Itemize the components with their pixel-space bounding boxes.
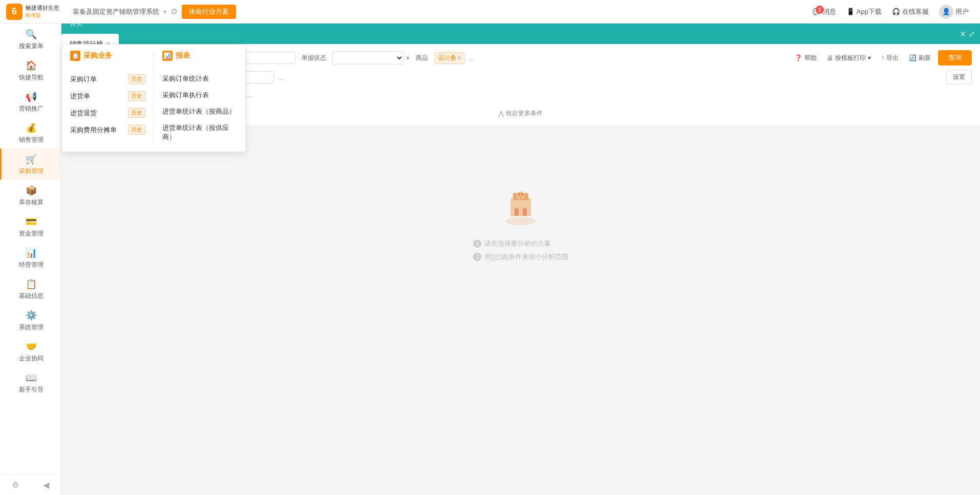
online-service-button[interactable]: 🎧 在线客服 — [892, 7, 929, 16]
report-label: 报表 — [176, 51, 190, 60]
goods-label: 商品 — [416, 54, 428, 62]
dropdown-col2-item-label-2: 进货单统计表（按商品） — [162, 107, 236, 116]
logo-brand: 畅捷通好生意 — [26, 4, 59, 11]
empty-step-2: 2 用[过滤]条件来缩小分析范围 — [473, 250, 568, 264]
dropdown-col2-item-3[interactable]: 进货单统计表（按供应商） — [162, 120, 238, 145]
sidebar-label-11: 新手引导 — [19, 385, 44, 394]
empty-step-2-text: 用[过滤]条件来缩小分析范围 — [484, 250, 568, 264]
dropdown-col1-item-label-2: 进货退货 — [70, 109, 97, 118]
dropdown-col1-item-3[interactable]: 采购费用分摊单 历史 — [70, 121, 145, 138]
sidebar-icon-6: 💳 — [26, 216, 37, 227]
sidebar-item-10[interactable]: 🤝 企业协同 — [0, 336, 61, 367]
goods-dots[interactable]: ... — [467, 54, 477, 62]
doc-status-dropdown-icon: ▾ — [406, 54, 410, 62]
industry-solution-button[interactable]: 体验行业方案 — [182, 5, 236, 19]
sidebar-item-2[interactable]: 📢 营销推广 — [0, 86, 61, 117]
dropdown-col2-item-0[interactable]: 采购订单统计表 — [162, 71, 238, 87]
goods-tag-text: 设计桑 — [438, 54, 456, 62]
refresh-label: 刷新 — [919, 54, 931, 62]
goods-tag: 设计桑 × — [434, 52, 465, 64]
sidebar-item-5[interactable]: 📦 库存核算 — [0, 180, 61, 211]
salesperson-dots[interactable]: ... — [276, 73, 286, 81]
print-button[interactable]: 🖨 按模板打印 ▾ — [824, 52, 874, 64]
sidebar-icon-9: ⚙️ — [26, 310, 37, 321]
sidebar-icon-3: 💰 — [26, 122, 37, 134]
sidebar-label-1: 快捷导航 — [19, 73, 44, 82]
dropdown-col1-item-label-3: 采购费用分摊单 — [70, 125, 117, 135]
query-button[interactable]: 查询 — [938, 50, 972, 66]
sidebar-settings-icon[interactable]: ⚙ — [12, 480, 19, 490]
sidebar-icon-2: 📢 — [26, 91, 37, 102]
sidebar-item-8[interactable]: 📋 基础信息 — [0, 273, 61, 305]
empty-step-1-text: 请先选择要分析的方案 — [484, 237, 551, 250]
sidebar-item-3[interactable]: 💰 销售管理 — [0, 117, 61, 148]
app-download-button[interactable]: 📱 App下载 — [846, 7, 882, 16]
sidebar-item-0[interactable]: 🔍 搜索菜单 — [0, 24, 61, 55]
sidebar-item-6[interactable]: 💳 资金管理 — [0, 211, 61, 242]
dropdown-col2-item-2[interactable]: 进货单统计表（按商品） — [162, 103, 238, 120]
message-icon-wrapper: 💬 9 — [813, 8, 821, 15]
dropdown-col2-item-1[interactable]: 采购订单执行表 — [162, 87, 238, 103]
service-label: 在线客服 — [902, 7, 929, 16]
header-settings-icon[interactable]: ⚙ — [171, 7, 178, 16]
collapse-label: 收起更多条件 — [506, 109, 543, 118]
user-label: 用户 — [955, 7, 969, 16]
refresh-icon: 🔄 — [909, 54, 917, 61]
sidebar-item-4[interactable]: 🛒 采购管理 — [0, 148, 61, 180]
print-icon: 🖨 — [827, 54, 833, 61]
dropdown-col2-items: 采购订单统计表采购订单执行表进货单统计表（按商品）进货单统计表（按供应商） — [162, 71, 238, 145]
sidebar-collapse-icon[interactable]: ◀ — [43, 480, 49, 490]
dropdown-col1-item-2[interactable]: 进货退货 历史 — [70, 104, 145, 121]
dropdown-col2-item-label-0: 采购订单统计表 — [162, 74, 209, 83]
doc-status-select[interactable] — [332, 51, 404, 64]
sidebar-icon-0: 🔍 — [26, 29, 37, 40]
app-label: App下载 — [857, 7, 882, 16]
sidebar-icon-1: 🏠 — [26, 60, 37, 71]
dropdown-overlay: 📋 采购业务 采购订单 历史 进货单 历史 进货退货 历史 采购费用分摊单 历史… — [61, 44, 246, 152]
export-label: 导出 — [886, 54, 899, 62]
sidebar-label-5: 库存核算 — [19, 198, 44, 207]
tab-close-all-icon[interactable]: ✕ — [960, 29, 966, 39]
dropdown-col1-item-1[interactable]: 进货单 历史 — [70, 88, 145, 104]
empty-step-1: 1 请先选择要分析的方案 — [473, 237, 568, 250]
phone-icon: 📱 — [846, 8, 855, 15]
dropdown-col1-item-0[interactable]: 采购订单 历史 — [70, 71, 145, 88]
sidebar-item-11[interactable]: 📖 新手引导 — [0, 367, 61, 398]
step-2-num: 2 — [473, 253, 481, 261]
top-header: 6 畅捷通好生意 标准版 装备及固定资产辅助管理系统 ▾ ⚙ 体验行业方案 💬 … — [0, 0, 980, 24]
refresh-button[interactable]: 🔄 刷新 — [906, 52, 934, 64]
settings-button[interactable]: 设置 — [946, 70, 972, 84]
sidebar-label-9: 系统管理 — [19, 323, 44, 332]
header-title-area: 装备及固定资产辅助管理系统 ▾ ⚙ 体验行业方案 — [68, 5, 813, 19]
logo-text: 畅捷通好生意 标准版 — [26, 4, 59, 18]
message-button[interactable]: 💬 9 消息 — [813, 7, 836, 16]
sidebar-item-7[interactable]: 📊 经营管理 — [0, 242, 61, 273]
tab-expand-icon[interactable]: ⤢ — [968, 29, 975, 39]
goods-tag-close[interactable]: × — [458, 54, 461, 61]
dropdown-col1-item-label-0: 采购订单 — [70, 75, 97, 84]
collapse-button[interactable]: ⋀ 收起更多条件 — [499, 109, 543, 118]
sidebar-label-6: 资金管理 — [19, 229, 44, 238]
history-badge-1: 历史 — [128, 91, 145, 101]
help-button[interactable]: ❓ 帮助 — [792, 52, 820, 64]
dropdown-col-report: 📊 报表 采购订单统计表采购订单执行表进货单统计表（按商品）进货单统计表（按供应… — [154, 51, 246, 145]
svg-point-4 — [518, 193, 520, 196]
svg-rect-7 — [515, 208, 519, 216]
logo-icon: 6 — [6, 4, 23, 20]
title-dropdown-arrow[interactable]: ▾ — [163, 8, 166, 15]
sidebar: 🔍 搜索菜单 🏠 快捷导航 📢 营销推广 💰 销售管理 🛒 采购管理 📦 库存核… — [0, 24, 61, 495]
user-area[interactable]: 👤 用户 — [939, 5, 969, 19]
dropdown-col-business: 📋 采购业务 采购订单 历史 进货单 历史 进货退货 历史 采购费用分摊单 历史 — [62, 51, 154, 145]
sidebar-label-3: 销售管理 — [19, 136, 44, 144]
sidebar-item-1[interactable]: 🏠 快捷导航 — [0, 55, 61, 86]
report-icon: 📊 — [162, 51, 173, 61]
help-icon: ❓ — [795, 54, 802, 61]
export-button[interactable]: ↑ 导出 — [878, 52, 902, 64]
help-label: 帮助 — [804, 54, 817, 62]
dropdown-col2-item-label-3: 进货单统计表（按供应商） — [162, 123, 238, 142]
sidebar-label-4: 采购管理 — [19, 167, 44, 176]
dropdown-col-2-title: 📊 报表 — [162, 51, 238, 64]
tab-bar: 首页销售排行榜✕ ✕ ⤢ — [61, 24, 980, 44]
sidebar-label-10: 企业协同 — [19, 354, 44, 363]
sidebar-item-9[interactable]: ⚙️ 系统管理 — [0, 305, 61, 336]
